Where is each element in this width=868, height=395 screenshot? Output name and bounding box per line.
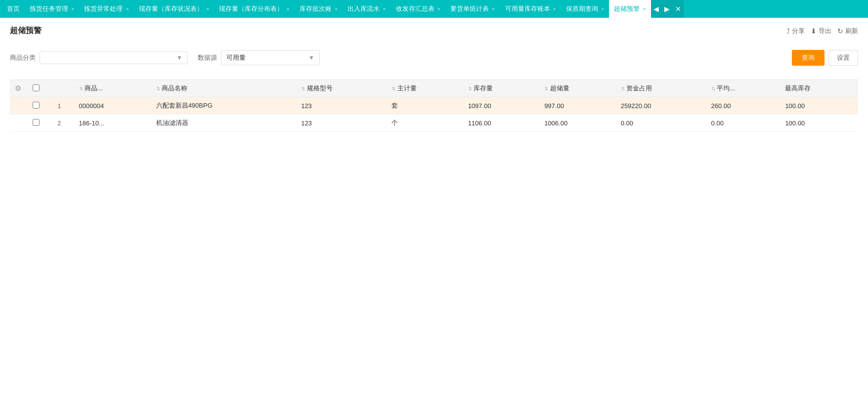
- nav-item-stock-dist[interactable]: 现存量（库存分布表） ×: [214, 0, 294, 18]
- row-product-code: 186-10...: [74, 115, 151, 132]
- sort-icon: ⇅: [301, 86, 305, 91]
- close-icon[interactable]: ×: [335, 0, 338, 18]
- row-overstock: 1006.00: [539, 115, 616, 132]
- nav-item-available-stock[interactable]: 可用量库存账本 ×: [500, 0, 561, 18]
- sort-icon: ⇅: [711, 86, 715, 91]
- row-overstock: 997.00: [539, 97, 616, 115]
- nav-item-overstock[interactable]: 超储预警 ×: [609, 0, 651, 18]
- settings-button[interactable]: 设置: [828, 50, 858, 66]
- row-product-name: 六配套新昌490BPG: [151, 97, 297, 115]
- table-header-row: ⚙ ⇅ 商品... ⇅ 商品名称 ⇅ 规格型号: [10, 80, 858, 97]
- chevron-down-icon: ▼: [176, 54, 182, 61]
- datasource-filter-group: 数据源 可用量 ▼: [198, 50, 320, 65]
- sort-icon: ⇅: [468, 86, 472, 91]
- sort-icon: ⇅: [621, 86, 625, 91]
- row-max-stock: 100.00: [780, 115, 858, 132]
- sort-icon: ⇅: [391, 86, 395, 91]
- nav-item-stock-status[interactable]: 现存量（库存状况表） ×: [134, 0, 214, 18]
- query-button[interactable]: 查询: [792, 50, 825, 66]
- row-capital: 259220.00: [616, 97, 706, 115]
- datasource-value: 可用量: [226, 53, 246, 62]
- row-spec: 123: [296, 97, 387, 115]
- nav-item-order-stats[interactable]: 要货单统计表 ×: [445, 0, 500, 18]
- rownum-column-header: [44, 80, 74, 97]
- nav-item-home[interactable]: 首页: [2, 0, 25, 18]
- nav-item-batch-account[interactable]: 库存批次账 ×: [295, 0, 343, 18]
- row-number: 2: [44, 115, 74, 132]
- page-container: 超储预警 ⤴ 分享 ⬇ 导出 ↻ 刷新 商品分类 ▼ 数据源: [0, 18, 868, 395]
- gear-icon[interactable]: ⚙: [15, 84, 21, 92]
- product-name-column-header[interactable]: ⇅ 商品名称: [151, 80, 297, 97]
- export-button[interactable]: ⬇ 导出: [811, 27, 831, 36]
- nav-arrow-left[interactable]: ◀: [651, 0, 662, 18]
- row-max-stock: 100.00: [780, 97, 858, 115]
- close-icon[interactable]: ×: [492, 0, 495, 18]
- close-icon[interactable]: ×: [206, 0, 209, 18]
- category-label: 商品分类: [10, 53, 36, 62]
- header-actions: ⤴ 分享 ⬇ 导出 ↻ 刷新: [786, 27, 858, 36]
- close-icon[interactable]: ×: [126, 0, 129, 18]
- row-checkbox[interactable]: [33, 119, 40, 126]
- nav-item-summary[interactable]: 收发存汇总表 ×: [391, 0, 445, 18]
- filter-buttons: 查询 设置: [792, 50, 858, 66]
- product-code-column-header[interactable]: ⇅ 商品...: [74, 80, 151, 97]
- share-button[interactable]: ⤴ 分享: [786, 27, 805, 36]
- select-all-checkbox[interactable]: [33, 84, 40, 91]
- close-icon[interactable]: ×: [71, 0, 74, 18]
- sort-icon: ⇅: [156, 86, 160, 91]
- row-gear-cell: [10, 97, 28, 115]
- row-avg: 260.00: [706, 97, 781, 115]
- share-icon: ⤴: [786, 27, 790, 35]
- chevron-down-icon: ▼: [308, 54, 314, 61]
- close-icon[interactable]: ×: [553, 0, 556, 18]
- avg-column-header[interactable]: ⇅ 平均...: [706, 80, 781, 97]
- datasource-label: 数据源: [198, 53, 217, 62]
- refresh-button[interactable]: ↻ 刷新: [837, 27, 858, 36]
- capital-column-header[interactable]: ⇅ 资金占用: [616, 80, 706, 97]
- row-unit: 个: [387, 115, 463, 132]
- top-navigation: 首页 拣货任务管理 × 拣货异常处理 × 现存量（库存状况表） × 现存量（库存…: [0, 0, 868, 18]
- row-capital: 0.00: [616, 115, 706, 132]
- stock-column-header[interactable]: ⇅ 库存量: [463, 80, 540, 97]
- category-filter-group: 商品分类 ▼: [10, 51, 188, 64]
- page-header: 超储预警 ⤴ 分享 ⬇ 导出 ↻ 刷新: [10, 26, 858, 36]
- table-row: 2 186-10... 机油滤清器 123 个 1106.00 1006.00 …: [10, 115, 858, 132]
- nav-arrow-close[interactable]: ✕: [673, 0, 684, 18]
- overstock-column-header[interactable]: ⇅ 超储量: [539, 80, 616, 97]
- row-unit: 套: [387, 97, 463, 115]
- row-number: 1: [44, 97, 74, 115]
- row-checkbox-cell: [28, 97, 44, 115]
- row-gear-cell: [10, 115, 28, 132]
- filter-area: 商品分类 ▼ 数据源 可用量 ▼ 查询 设置: [10, 44, 858, 72]
- export-icon: ⬇: [811, 27, 817, 35]
- max-stock-column-header: 最高库存: [780, 80, 858, 97]
- close-icon[interactable]: ×: [643, 0, 646, 18]
- row-stock: 1097.00: [463, 97, 540, 115]
- spec-column-header[interactable]: ⇅ 规格型号: [296, 80, 387, 97]
- nav-item-expiry[interactable]: 保质期查询 ×: [561, 0, 609, 18]
- close-icon[interactable]: ×: [437, 0, 440, 18]
- datasource-select[interactable]: 可用量 ▼: [221, 50, 320, 65]
- row-spec: 123: [296, 115, 387, 132]
- sort-icon: ⇅: [79, 86, 83, 91]
- close-icon[interactable]: ×: [286, 0, 289, 18]
- refresh-icon: ↻: [837, 27, 843, 35]
- row-product-name: 机油滤清器: [151, 115, 297, 132]
- checkbox-column-header: [28, 80, 44, 97]
- row-checkbox-cell: [28, 115, 44, 132]
- nav-item-pick-exception[interactable]: 拣货异常处理 ×: [79, 0, 133, 18]
- data-table: ⚙ ⇅ 商品... ⇅ 商品名称 ⇅ 规格型号: [10, 79, 858, 132]
- nav-arrow-right[interactable]: ▶: [662, 0, 673, 18]
- close-icon[interactable]: ×: [601, 0, 604, 18]
- row-checkbox[interactable]: [33, 102, 40, 109]
- gear-column-header: ⚙: [10, 80, 28, 97]
- category-select[interactable]: ▼: [40, 51, 188, 64]
- nav-item-pick-task[interactable]: 拣货任务管理 ×: [25, 0, 79, 18]
- close-icon[interactable]: ×: [383, 0, 386, 18]
- page-title: 超储预警: [10, 26, 42, 36]
- row-stock: 1106.00: [463, 115, 540, 132]
- table-row: 1 0000004 六配套新昌490BPG 123 套 1097.00 997.…: [10, 97, 858, 115]
- unit-column-header[interactable]: ⇅ 主计量: [387, 80, 463, 97]
- table-body: 1 0000004 六配套新昌490BPG 123 套 1097.00 997.…: [10, 97, 858, 132]
- nav-item-inout-flow[interactable]: 出入库流水 ×: [343, 0, 391, 18]
